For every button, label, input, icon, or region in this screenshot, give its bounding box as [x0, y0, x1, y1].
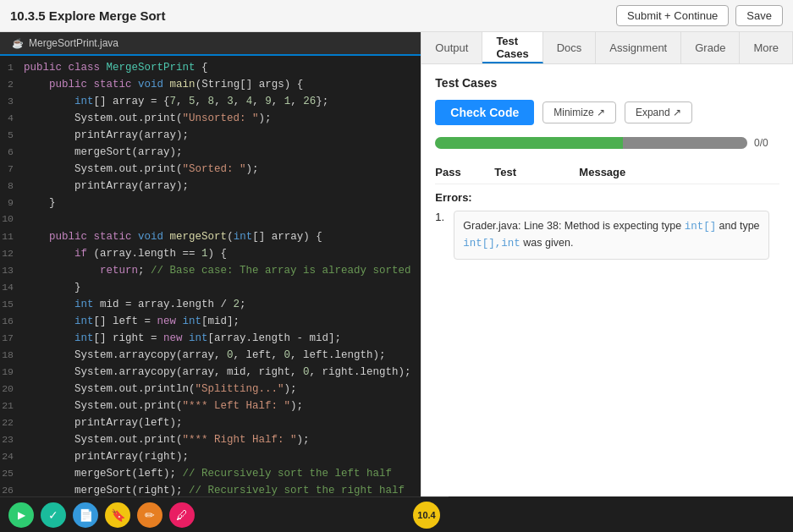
line-number: 7 — [0, 162, 24, 177]
line-code: if (array.length == 1) { — [24, 245, 227, 262]
save-button[interactable]: Save — [735, 5, 783, 26]
line-number: 12 — [0, 246, 24, 261]
code-line: 23 System.out.print("*** Right Half: "); — [0, 431, 421, 448]
code-line: 19 System.arraycopy(array, mid, right, 0… — [0, 364, 421, 381]
java-icon: ☕ — [12, 38, 24, 49]
error-type1: int[] — [685, 221, 717, 233]
version-number: 10.4 — [413, 502, 440, 529]
line-number: 22 — [0, 415, 24, 431]
tab-nav: OutputTest CasesDocsAssignmentGradeMore — [421, 32, 793, 64]
code-line: 1public class MergeSortPrint { — [0, 59, 421, 76]
code-line: 21 System.out.print("*** Left Half: "); — [0, 398, 421, 414]
code-line: 16 int[] left = new int[mid]; — [0, 313, 421, 330]
code-line: 2 public static void main(String[] args)… — [0, 76, 421, 93]
header-message: Message — [579, 166, 779, 178]
errors-title: Errors: — [435, 191, 779, 204]
tab-assignment[interactable]: Assignment — [596, 32, 681, 63]
line-number: 25 — [0, 466, 24, 481]
line-number: 4 — [0, 111, 24, 126]
submit-continue-button[interactable]: Submit + Continue — [616, 5, 729, 26]
line-number: 20 — [0, 381, 24, 397]
tab-test-cases[interactable]: Test Cases — [482, 32, 542, 63]
tab-docs[interactable]: Docs — [543, 32, 597, 63]
line-code: System.out.print("*** Right Half: "); — [24, 431, 310, 448]
check-code-button[interactable]: Check Code — [435, 100, 534, 125]
top-bar: 10.3.5 Explore Merge Sort Submit + Conti… — [0, 0, 793, 32]
results-header: Pass Test Message — [435, 161, 779, 184]
line-number: 19 — [0, 365, 24, 380]
right-panel: OutputTest CasesDocsAssignmentGradeMore … — [421, 32, 793, 496]
line-code: printArray(array); — [24, 127, 189, 144]
bookmark-button[interactable]: 🔖 — [105, 502, 130, 528]
highlight-button[interactable]: 🖊 — [169, 502, 195, 528]
check-button[interactable]: ✓ — [41, 502, 66, 528]
code-line: 13 return; // Base case: The array is al… — [0, 262, 421, 279]
progress-bar — [435, 137, 747, 149]
line-number: 6 — [0, 145, 24, 160]
line-number: 3 — [0, 94, 24, 109]
error-text-mid: and type — [716, 220, 759, 232]
line-code: public static void main(String[] args) { — [24, 76, 303, 93]
doc-button[interactable]: 📄 — [73, 502, 98, 528]
line-number: 16 — [0, 314, 24, 329]
error-box: Grader.java: Line 38: Method is expectin… — [454, 211, 768, 260]
video-button[interactable]: ▶ — [8, 502, 34, 528]
minimize-button[interactable]: Minimize ↗ — [542, 101, 616, 123]
code-line: 9 } — [0, 195, 421, 211]
line-number: 18 — [0, 348, 24, 363]
header-pass: Pass — [435, 166, 494, 178]
line-number: 9 — [0, 195, 24, 211]
error-text-before: Grader.java: Line 38: Method is expectin… — [463, 220, 684, 232]
code-editor[interactable]: 1public class MergeSortPrint {2 public s… — [0, 56, 421, 496]
line-code: System.out.print("*** Left Half: "); — [24, 398, 303, 414]
line-code: printArray(array); — [24, 178, 189, 195]
line-number: 5 — [0, 128, 24, 143]
line-code: public static void mergeSort(int[] array… — [24, 228, 322, 245]
line-code: int[] array = {7, 5, 8, 3, 4, 9, 1, 26}; — [24, 93, 328, 110]
expand-button[interactable]: Expand ↗ — [625, 101, 692, 123]
file-tab[interactable]: ☕ MergeSortPrint.java — [0, 32, 421, 56]
test-cases-panel: Test Cases Check Code Minimize ↗ Expand … — [421, 64, 793, 496]
error-text-after: was given. — [520, 237, 574, 249]
code-line: 6 mergeSort(array); — [0, 144, 421, 161]
code-line: 5 printArray(array); — [0, 127, 421, 144]
check-code-row: Check Code Minimize ↗ Expand ↗ — [435, 100, 779, 125]
line-code: System.out.print("Unsorted: "); — [24, 110, 272, 127]
line-number: 26 — [0, 483, 24, 496]
code-line: 20 System.out.println("Splitting..."); — [0, 381, 421, 398]
code-line: 10 — [0, 211, 421, 228]
code-line: 14 } — [0, 279, 421, 296]
tab-grade[interactable]: Grade — [681, 32, 740, 63]
code-line: 22 printArray(left); — [0, 414, 421, 431]
main-layout: ☕ MergeSortPrint.java 1public class Merg… — [0, 32, 793, 496]
line-code: public class MergeSortPrint { — [24, 59, 208, 76]
line-code: mergeSort(right); // Recursively sort th… — [24, 482, 405, 496]
line-code: } — [24, 195, 56, 211]
line-code: mergeSort(array); — [24, 144, 183, 161]
line-number: 1 — [0, 60, 24, 75]
bottom-toolbar: ▶ ✓ 📄 🔖 ✏ 🖊 10.4 — [0, 496, 449, 532]
code-line: 26 mergeSort(right); // Recursively sort… — [0, 482, 421, 496]
line-code: printArray(right); — [24, 448, 189, 465]
line-code: System.out.print("Sorted: "); — [24, 161, 259, 178]
tab-more[interactable]: More — [740, 32, 793, 63]
code-line: 7 System.out.print("Sorted: "); — [0, 161, 421, 178]
line-code: System.out.println("Splitting..."); — [24, 381, 297, 398]
code-line: 8 printArray(array); — [0, 178, 421, 195]
pen-button[interactable]: ✏ — [137, 502, 162, 528]
tab-output[interactable]: Output — [421, 32, 482, 63]
progress-label: 0/0 — [754, 137, 779, 149]
code-line: 12 if (array.length == 1) { — [0, 245, 421, 262]
code-line: 15 int mid = array.length / 2; — [0, 296, 421, 313]
line-number: 2 — [0, 77, 24, 92]
code-line: 4 System.out.print("Unsorted: "); — [0, 110, 421, 127]
line-number: 15 — [0, 297, 24, 312]
progress-grey — [623, 137, 747, 149]
header-test: Test — [494, 166, 579, 178]
line-number: 11 — [0, 229, 24, 244]
line-code: printArray(left); — [24, 414, 183, 431]
code-line: 18 System.arraycopy(array, 0, left, 0, l… — [0, 347, 421, 364]
error-num: 1. — [435, 211, 449, 223]
line-number: 8 — [0, 178, 24, 194]
line-code: } — [24, 279, 81, 296]
